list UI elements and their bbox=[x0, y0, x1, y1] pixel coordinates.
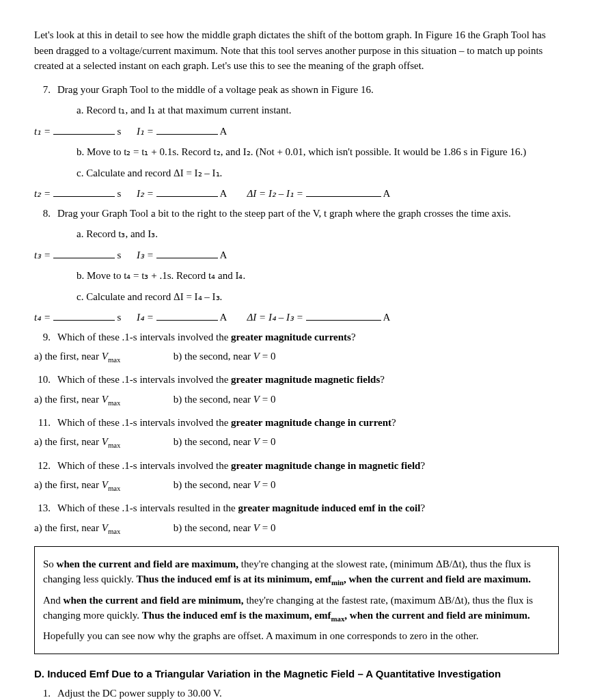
unit-s4: s bbox=[118, 312, 122, 323]
q11-choice-b[interactable]: b) the second, near V = 0 bbox=[174, 436, 276, 447]
section-d-title: D. Induced Emf Due to a Triangular Varia… bbox=[34, 667, 559, 682]
t3-blank[interactable] bbox=[53, 247, 115, 258]
unit-s: s bbox=[118, 126, 122, 137]
dI43-blank[interactable] bbox=[306, 310, 381, 321]
q13-num: 13. bbox=[34, 500, 57, 516]
q7-b: b. Move to t₂ = t₁ + 0.1s. Record t₂, an… bbox=[34, 144, 559, 160]
q7-c: c. Calculate and record ΔI = I₂ – I₁. bbox=[34, 165, 559, 181]
q7: 7.Drag your Graph Tool to the middle of … bbox=[34, 82, 559, 98]
q12-bold: greater magnitude change in magnetic fie… bbox=[231, 460, 420, 471]
q9-bold: greater magnitude currents bbox=[231, 332, 351, 342]
I3-label: I₃ = bbox=[137, 250, 154, 260]
q8-num: 8. bbox=[34, 206, 57, 221]
q8-line1: t₃ = s I₃ = A bbox=[34, 247, 559, 263]
unit-s2: s bbox=[118, 188, 122, 199]
q9-text: Which of these .1-s intervals involved t… bbox=[57, 332, 228, 342]
summary-box: So when the current and field are maximu… bbox=[34, 546, 559, 654]
q11-num: 11. bbox=[34, 415, 57, 431]
box-p3: Hopefully you can see now why the graphs… bbox=[43, 628, 550, 644]
I2-blank[interactable] bbox=[156, 186, 218, 197]
unit-s3: s bbox=[118, 250, 122, 260]
d1: 1.Adjust the DC power supply to 30.00 V. bbox=[34, 686, 559, 700]
q13: 13.Which of these .1-s intervals resulte… bbox=[34, 500, 559, 516]
q13-text: Which of these .1-s intervals resulted i… bbox=[57, 502, 236, 513]
t4-blank[interactable] bbox=[53, 310, 115, 321]
q11-bold: greater magnitude change in current bbox=[231, 417, 391, 428]
dI21-label: ΔI = I₂ – I₁ = bbox=[247, 188, 303, 199]
I3-blank[interactable] bbox=[156, 247, 218, 258]
q10-choice-b[interactable]: b) the second, near V = 0 bbox=[174, 394, 276, 405]
q10-choice-a[interactable]: a) the first, near Vmax bbox=[34, 392, 171, 408]
q13-choice-b[interactable]: b) the second, near V = 0 bbox=[174, 522, 276, 533]
unit-A: A bbox=[219, 126, 227, 137]
dI21-blank[interactable] bbox=[306, 186, 381, 197]
q12-text: Which of these .1-s intervals involved t… bbox=[57, 460, 228, 471]
t1-blank[interactable] bbox=[53, 124, 115, 135]
t3-label: t₃ = bbox=[34, 250, 51, 260]
q9-choice-a[interactable]: a) the first, near Vmax bbox=[34, 349, 171, 365]
q12-choice-b[interactable]: b) the second, near V = 0 bbox=[174, 479, 276, 490]
dI43-label: ΔI = I₄ – I₃ = bbox=[247, 312, 303, 323]
q8-line2: t₄ = s I₄ = A ΔI = I₄ – I₃ = A bbox=[34, 310, 559, 325]
q12-tail: ? bbox=[420, 460, 425, 471]
q11-choice-a[interactable]: a) the first, near Vmax bbox=[34, 434, 171, 450]
q11: 11.Which of these .1-s intervals involve… bbox=[34, 415, 559, 431]
q8-c: c. Calculate and record ΔI = I₄ – I₃. bbox=[34, 289, 559, 305]
t1-label: t₁ = bbox=[34, 126, 51, 137]
q11-choices: a) the first, near Vmax b) the second, n… bbox=[34, 434, 559, 450]
q7-line2: t₂ = s I₂ = A ΔI = I₂ – I₁ = A bbox=[34, 186, 559, 202]
I1-blank[interactable] bbox=[156, 124, 218, 135]
I4-label: I₄ = bbox=[137, 312, 154, 323]
q9-num: 9. bbox=[34, 329, 57, 345]
q7-line1: t₁ = s I₁ = A bbox=[34, 124, 559, 139]
box-p2: And when the current and field are minim… bbox=[43, 593, 550, 625]
unit-A3: A bbox=[383, 188, 390, 199]
q13-choice-a[interactable]: a) the first, near Vmax bbox=[34, 520, 171, 537]
q8-b: b. Move to t₄ = t₃ + .1s. Record t₄ and … bbox=[34, 268, 559, 284]
q13-bold: greater magnitude induced emf in the coi… bbox=[238, 502, 421, 513]
q7-num: 7. bbox=[34, 82, 57, 98]
q10: 10.Which of these .1-s intervals involve… bbox=[34, 372, 559, 388]
unit-A2: A bbox=[219, 188, 226, 199]
q8-text: Drag your Graph Tool a bit to the right … bbox=[57, 208, 511, 219]
q10-bold: greater magnitude magnetic fields bbox=[231, 374, 380, 385]
box-p1: So when the current and field are maximu… bbox=[43, 556, 550, 589]
q8-a: a. Record t₃, and I₃. bbox=[34, 226, 559, 242]
q13-choices: a) the first, near Vmax b) the second, n… bbox=[34, 520, 559, 537]
q12: 12.Which of these .1-s intervals involve… bbox=[34, 458, 559, 474]
I1-label: I₁ = bbox=[137, 126, 154, 137]
q11-text: Which of these .1-s intervals involved t… bbox=[57, 417, 228, 428]
q9: 9.Which of these .1-s intervals involved… bbox=[34, 329, 559, 345]
q13-tail: ? bbox=[420, 502, 425, 513]
q10-num: 10. bbox=[34, 372, 57, 388]
q8: 8.Drag your Graph Tool a bit to the righ… bbox=[34, 206, 559, 221]
I2-label: I₂ = bbox=[137, 188, 154, 199]
q12-choice-a[interactable]: a) the first, near Vmax bbox=[34, 477, 171, 494]
q10-text: Which of these .1-s intervals involved t… bbox=[57, 374, 228, 385]
t2-label: t₂ = bbox=[34, 188, 51, 199]
q7-text: Drag your Graph Tool to the middle of a … bbox=[57, 84, 374, 95]
q7-a: a. Record t₁, and I₁ at that maximum cur… bbox=[34, 103, 559, 118]
q9-choice-b[interactable]: b) the second, near V = 0 bbox=[174, 351, 276, 362]
q11-tail: ? bbox=[391, 417, 396, 428]
q9-choices: a) the first, near Vmax b) the second, n… bbox=[34, 349, 559, 365]
q9-tail: ? bbox=[351, 332, 356, 342]
I4-blank[interactable] bbox=[156, 310, 218, 321]
unit-A4: A bbox=[219, 250, 227, 260]
unit-A5: A bbox=[219, 312, 226, 323]
q12-num: 12. bbox=[34, 458, 57, 474]
q10-choices: a) the first, near Vmax b) the second, n… bbox=[34, 392, 559, 408]
q10-tail: ? bbox=[380, 374, 385, 385]
d1-num: 1. bbox=[34, 686, 57, 700]
t2-blank[interactable] bbox=[53, 186, 115, 197]
unit-A6: A bbox=[383, 312, 390, 323]
q12-choices: a) the first, near Vmax b) the second, n… bbox=[34, 477, 559, 494]
intro-paragraph: Let's look at this in detail to see how … bbox=[34, 27, 559, 74]
t4-label: t₄ = bbox=[34, 312, 51, 323]
d1-text: Adjust the DC power supply to 30.00 V. bbox=[57, 688, 222, 699]
